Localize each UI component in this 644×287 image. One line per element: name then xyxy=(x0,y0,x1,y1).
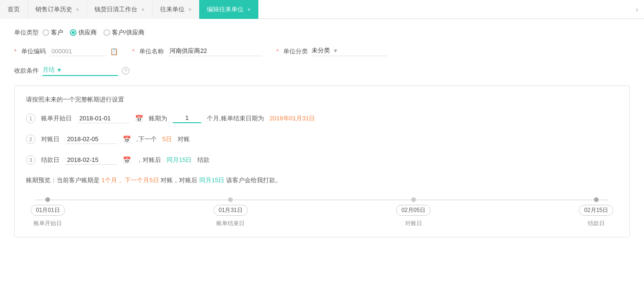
preview-label: 账期预览：当前客户账期是 xyxy=(26,177,100,184)
radio-circle-both xyxy=(103,29,110,36)
tl-badge-3: 02月05日 xyxy=(396,205,431,216)
payment-day-highlight: 同月15日 xyxy=(167,156,192,164)
tab-cash-ledger[interactable]: 钱货日清工作台 × xyxy=(87,0,152,19)
settings-card: 请按照未来的一个完整帐期进行设置 1 账单开始日 📅 账期为 个月,账单结束日期… xyxy=(14,85,630,237)
cal-icon-1[interactable]: 📅 xyxy=(135,115,143,122)
tl-dot-4 xyxy=(594,197,599,202)
payment-row: 收款条件 月结 ▾ ? xyxy=(14,66,630,76)
preview-part3: 同月15日 xyxy=(199,177,224,184)
tl-node-1: 01月01日 账单开始日 xyxy=(31,194,65,228)
payment-date-input[interactable] xyxy=(65,155,117,165)
unit-info-row: * 单位编码 📋 * 单位名称 * 单位分类 未分类 ▾ xyxy=(14,46,630,56)
main-content: 单位类型 客户 供应商 客户/供应商 * 单位编码 xyxy=(0,19,644,287)
radio-both[interactable]: 客户/供应商 xyxy=(103,28,144,37)
timeline-nodes: 01月01日 账单开始日 01月31日 账单结束日 02月05日 对账日 02月… xyxy=(31,194,613,228)
close-icon[interactable]: × xyxy=(141,7,144,12)
tab-cash-ledger-label: 钱货日清工作台 xyxy=(94,5,137,14)
tab-sales-order-history[interactable]: 销售订单历史 × xyxy=(28,0,87,19)
payment-value: 月结 xyxy=(42,66,55,74)
calendar-icon[interactable]: 📋 xyxy=(110,48,118,55)
tab-partner-units[interactable]: 往来单位 × xyxy=(153,0,199,19)
tab-home[interactable]: 首页 xyxy=(0,0,28,19)
unit-type-group: 单位类型 客户 供应商 客户/供应商 xyxy=(14,28,144,37)
tab-home-label: 首页 xyxy=(8,5,20,14)
preview-end: 该客户会给我打款。 xyxy=(226,177,281,184)
tl-badge-4: 02月15日 xyxy=(579,205,613,216)
row-label-3: 结款日 xyxy=(41,156,59,164)
preview-part1: 1个月， xyxy=(102,177,123,184)
radio-customer-label: 客户 xyxy=(51,28,63,37)
tab-sales-order-history-label: 销售订单历史 xyxy=(35,5,72,14)
tl-sub-4: 结款日 xyxy=(588,219,605,228)
timeline-row-3: 3 结款日 📅 ，对账后 同月15日 结款 xyxy=(26,155,618,165)
close-icon[interactable]: × xyxy=(76,7,79,12)
unit-type-row: 单位类型 客户 供应商 客户/供应商 xyxy=(14,28,630,37)
dropdown-icon: ▾ xyxy=(334,47,337,54)
end-date-highlight: 2018年01月31日 xyxy=(270,114,315,123)
close-icon[interactable]: × xyxy=(188,7,191,12)
cal-icon-2[interactable]: 📅 xyxy=(123,135,131,143)
payment-group: 收款条件 月结 ▾ ? xyxy=(14,66,129,76)
row-desc-2a: ,下一个 xyxy=(136,135,157,144)
row-label-2: 对账日 xyxy=(41,135,59,144)
cal-icon-3[interactable]: 📅 xyxy=(123,156,131,164)
tab-partner-units-label: 往来单位 xyxy=(160,5,185,14)
tl-dot-1 xyxy=(45,197,50,202)
preview-part2: 下一个月5日 xyxy=(125,177,159,184)
radio-group: 客户 供应商 客户/供应商 xyxy=(42,28,144,37)
reconcile-day-highlight: 5日 xyxy=(162,135,172,144)
tl-sub-3: 对账日 xyxy=(405,219,422,228)
payment-dropdown[interactable]: 月结 ▾ xyxy=(42,66,118,76)
unit-code-group: * 单位编码 📋 xyxy=(14,47,118,56)
row-num-3: 3 xyxy=(26,155,35,165)
row-desc-1b: 个月,账单结束日期为 xyxy=(207,114,264,123)
unit-class-label: 单位分类 xyxy=(283,47,308,56)
row-desc-1a: 账期为 xyxy=(149,114,167,123)
unit-code-label: 单位编码 xyxy=(21,47,46,56)
tl-badge-2: 01月31日 xyxy=(213,205,248,216)
unit-name-input[interactable] xyxy=(168,47,262,56)
timeline-row-1: 1 账单开始日 📅 账期为 个月,账单结束日期为 2018年01月31日 xyxy=(26,113,618,123)
tl-node-2: 01月31日 账单结束日 xyxy=(213,194,248,228)
unit-class-group: * 单位分类 未分类 ▾ xyxy=(276,46,387,56)
radio-supplier[interactable]: 供应商 xyxy=(70,28,97,37)
required-star-code: * xyxy=(14,48,17,55)
unit-type-label: 单位类型 xyxy=(14,28,39,37)
row-num-1: 1 xyxy=(26,114,35,123)
unit-name-group: * 单位名称 xyxy=(132,47,262,56)
tl-dot-3 xyxy=(411,197,416,202)
unit-code-input[interactable] xyxy=(50,47,106,56)
period-input[interactable] xyxy=(173,113,201,123)
tl-sub-2: 账单结束日 xyxy=(216,219,245,228)
row-desc-2b: 对账 xyxy=(178,135,190,144)
radio-supplier-label: 供应商 xyxy=(78,28,97,37)
radio-both-label: 客户/供应商 xyxy=(112,28,144,37)
unit-class-value: 未分类 xyxy=(312,46,330,55)
required-star-name: * xyxy=(132,48,135,55)
row-desc-3b: 结款 xyxy=(197,156,210,164)
radio-circle-supplier xyxy=(70,29,76,36)
radio-customer[interactable]: 客户 xyxy=(42,28,63,37)
start-date-input[interactable] xyxy=(77,114,129,123)
reconcile-date-input[interactable] xyxy=(65,135,117,144)
row-label-1: 账单开始日 xyxy=(41,114,72,123)
timeline-visual: 01月01日 账单开始日 01月31日 账单结束日 02月05日 对账日 02月… xyxy=(26,194,618,228)
tabs-bar: 首页 销售订单历史 × 钱货日清工作台 × 往来单位 × 编辑往来单位 × › xyxy=(0,0,644,19)
tl-sub-1: 账单开始日 xyxy=(34,219,62,228)
tab-more-button[interactable]: › xyxy=(630,5,644,14)
radio-circle-customer xyxy=(42,29,49,36)
required-star-class: * xyxy=(276,48,279,55)
unit-name-label: 单位名称 xyxy=(139,47,164,56)
tl-node-4: 02月15日 结款日 xyxy=(579,194,613,228)
help-icon[interactable]: ? xyxy=(122,67,129,75)
tl-badge-1: 01月01日 xyxy=(31,205,65,216)
card-title: 请按照未来的一个完整帐期进行设置 xyxy=(26,95,618,104)
tab-edit-partner-unit[interactable]: 编辑往来单位 × xyxy=(199,0,258,19)
preview-text: 账期预览：当前客户账期是 1个月， 下一个月5日 对账，对账后 同月15日 该客… xyxy=(26,176,618,185)
tl-dot-2 xyxy=(228,197,233,202)
preview-mid: 对账，对账后 xyxy=(161,177,197,184)
close-icon[interactable]: × xyxy=(247,7,250,12)
unit-class-dropdown[interactable]: 未分类 ▾ xyxy=(312,46,387,56)
payment-condition-label: 收款条件 xyxy=(14,67,39,75)
row-desc-3a: ，对账后 xyxy=(136,156,161,164)
